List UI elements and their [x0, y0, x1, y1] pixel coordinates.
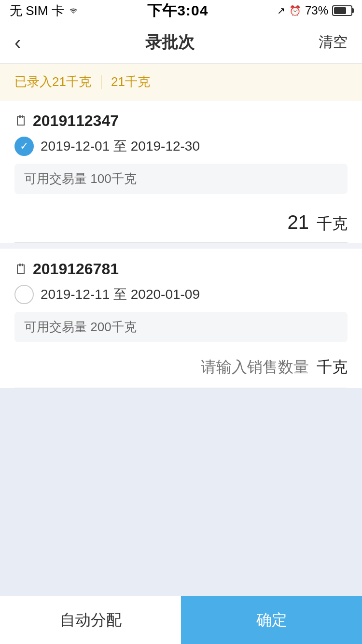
batch-1-id: 2019112347	[33, 112, 119, 130]
status-time: 下午3:04	[147, 1, 208, 21]
batch-1-radio[interactable]: ✓	[14, 137, 34, 156]
battery-percent: 73%	[305, 4, 328, 17]
batch-2-input-row: 千克	[14, 352, 348, 388]
info-banner: 已录入21千克 21千克	[0, 64, 362, 100]
batch-1-unit: 千克	[317, 213, 348, 235]
banner-divider	[101, 75, 101, 89]
batch-1-amount-row: 21 千克	[14, 204, 348, 242]
recorded-amount-value: 21千克	[111, 73, 150, 90]
battery-indicator	[332, 5, 352, 16]
batch-2-availability: 可用交易量 200千克	[14, 312, 348, 342]
bottom-bar: 自动分配 确定	[0, 596, 362, 644]
confirm-button[interactable]: 确定	[181, 596, 362, 644]
auto-distribute-button[interactable]: 自动分配	[0, 596, 181, 644]
nav-bar: ‹ 录批次 清空	[0, 21, 362, 64]
batch-card-2: 🗒 2019126781 2019-12-11 至 2020-01-09 可用交…	[0, 249, 362, 388]
bottom-area	[0, 388, 362, 596]
wifi-icon	[68, 3, 79, 18]
status-right: ↗ ⏰ 73%	[277, 4, 352, 17]
batch-1-icon: 🗒	[14, 113, 28, 129]
batch-2-row[interactable]: 2019-12-11 至 2020-01-09	[14, 285, 348, 304]
svg-point-0	[73, 13, 73, 14]
section-divider	[0, 243, 362, 249]
back-button[interactable]: ‹	[14, 33, 21, 52]
batch-1-date: 2019-12-01 至 2019-12-30	[41, 137, 200, 155]
batch-2-unit: 千克	[317, 357, 348, 378]
checkmark-icon: ✓	[20, 141, 28, 152]
batch-1-header: 🗒 2019112347	[14, 112, 348, 130]
carrier-text: 无 SIM 卡	[10, 2, 64, 19]
status-bar: 无 SIM 卡 下午3:04 ↗ ⏰ 73%	[0, 0, 362, 21]
recorded-amount-label: 已录入21千克	[14, 73, 91, 90]
batch-2-radio[interactable]	[14, 285, 34, 304]
batch-card-1: 🗒 2019112347 ✓ 2019-12-01 至 2019-12-30 可…	[0, 100, 362, 243]
quantity-input[interactable]	[164, 358, 309, 376]
status-left: 无 SIM 卡	[10, 2, 79, 19]
batch-1-availability: 可用交易量 100千克	[14, 164, 348, 194]
batch-2-header: 🗒 2019126781	[14, 260, 348, 278]
location-icon: ↗	[277, 5, 285, 16]
batch-2-date: 2019-12-11 至 2020-01-09	[41, 285, 200, 304]
batch-1-row[interactable]: ✓ 2019-12-01 至 2019-12-30	[14, 137, 348, 156]
alarm-icon: ⏰	[289, 5, 301, 16]
batch-2-icon: 🗒	[14, 261, 28, 277]
batch-2-id: 2019126781	[33, 260, 119, 278]
clear-button[interactable]: 清空	[319, 32, 348, 52]
batch-1-amount: 21	[288, 211, 309, 233]
page-title: 录批次	[145, 31, 195, 54]
